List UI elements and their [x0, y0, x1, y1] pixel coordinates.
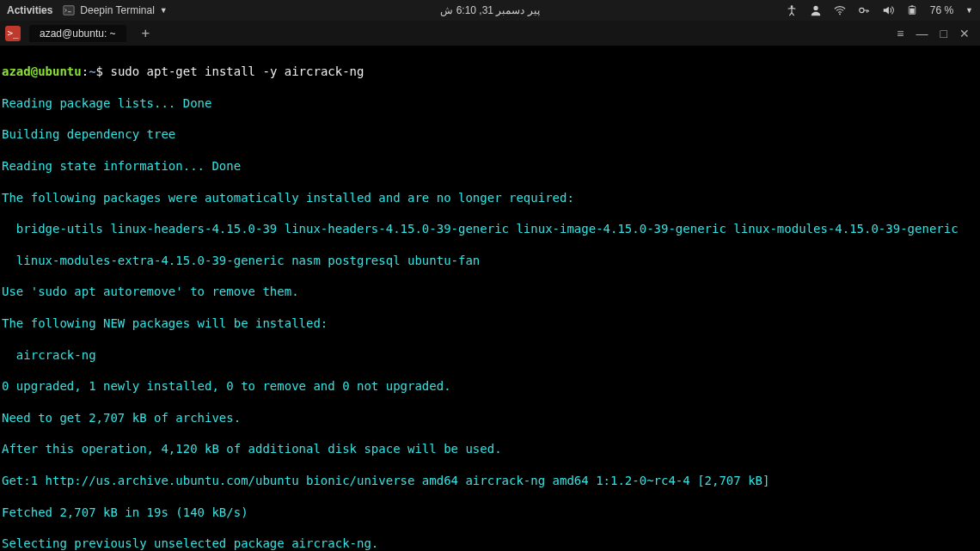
activities-button[interactable]: Activities: [7, 4, 52, 16]
system-tray[interactable]: 76 % ▼: [786, 4, 973, 16]
vpn-key-icon[interactable]: [858, 4, 870, 16]
output-line: bridge-utils linux-headers-4.15.0-39 lin…: [2, 221, 978, 236]
chevron-down-icon: ▼: [160, 6, 168, 15]
svg-rect-6: [910, 5, 913, 7]
app-menu-label: Deepin Terminal: [80, 4, 155, 16]
user-icon[interactable]: [810, 4, 822, 16]
svg-point-4: [859, 8, 863, 12]
battery-icon[interactable]: [906, 4, 918, 16]
prompt-user: azad@ubuntu: [2, 64, 82, 78]
output-line: The following NEW packages will be insta…: [2, 315, 978, 331]
minimize-button[interactable]: —: [916, 27, 928, 40]
chevron-down-icon: ▼: [965, 6, 973, 15]
svg-rect-0: [64, 6, 74, 15]
prompt-dollar: $: [96, 64, 103, 78]
prompt-path: ~: [89, 64, 95, 78]
app-menu[interactable]: Deepin Terminal ▼: [63, 4, 167, 16]
output-line: Use 'sudo apt autoremove' to remove them…: [2, 284, 978, 299]
prompt-line: azad@ubuntu:~$ sudo apt-get install -y a…: [2, 64, 978, 79]
terminal-app-icon: [63, 4, 75, 16]
window-titlebar: >_ azad@ubuntu: ~ + ≡ — □ ✕: [0, 21, 980, 46]
output-line: linux-modules-extra-4.15.0-39-generic na…: [2, 253, 978, 268]
output-line: Selecting previously unselected package …: [2, 536, 978, 551]
svg-point-3: [839, 14, 841, 15]
close-button[interactable]: ✕: [959, 27, 970, 40]
output-line: Reading state information... Done: [2, 158, 978, 174]
clock[interactable]: پیر دسمبر 31, 6:10 ش: [440, 4, 539, 16]
output-line: Need to get 2,707 kB of archives.: [2, 410, 978, 425]
output-line: 0 upgraded, 1 newly installed, 0 to remo…: [2, 378, 978, 394]
prompt-colon: :: [82, 64, 89, 78]
output-line: After this operation, 4,120 kB of additi…: [2, 441, 978, 456]
output-line: The following packages were automaticall…: [2, 190, 978, 205]
output-line: Reading package lists... Done: [2, 95, 978, 111]
gnome-topbar: Activities Deepin Terminal ▼ پیر دسمبر 3…: [0, 0, 980, 21]
menu-button[interactable]: ≡: [897, 27, 903, 40]
new-tab-button[interactable]: +: [135, 25, 157, 41]
maximize-button[interactable]: □: [940, 27, 947, 40]
terminal-tab[interactable]: azad@ubuntu: ~: [29, 25, 126, 42]
output-line: Fetched 2,707 kB in 19s (140 kB/s): [2, 505, 978, 520]
output-line: Get:1 http://us.archive.ubuntu.com/ubunt…: [2, 473, 978, 488]
svg-point-1: [790, 5, 793, 8]
volume-icon[interactable]: [882, 4, 894, 16]
wifi-icon[interactable]: [834, 4, 846, 16]
svg-point-2: [813, 6, 818, 10]
output-line: aircrack-ng: [2, 347, 978, 363]
output-line: Building dependency tree: [2, 126, 978, 142]
svg-rect-7: [910, 9, 914, 14]
terminal-window-icon: >_: [5, 26, 21, 41]
command-text: sudo apt-get install -y aircrack-ng: [110, 64, 364, 78]
battery-percent: 76 %: [930, 4, 953, 16]
terminal-body[interactable]: azad@ubuntu:~$ sudo apt-get install -y a…: [0, 46, 980, 551]
accessibility-icon[interactable]: [786, 4, 798, 16]
